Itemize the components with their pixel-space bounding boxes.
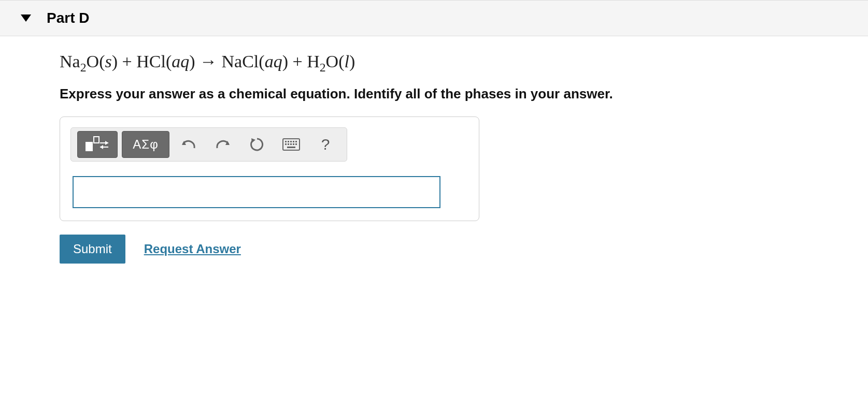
product1-state: aq xyxy=(265,52,282,71)
answer-input[interactable] xyxy=(73,176,440,208)
answer-box: ΑΣφ xyxy=(60,117,479,221)
keyboard-button[interactable] xyxy=(276,131,306,158)
svg-rect-13 xyxy=(293,141,294,142)
help-button[interactable]: ? xyxy=(310,131,340,158)
svg-marker-5 xyxy=(100,145,103,149)
svg-rect-15 xyxy=(285,143,287,145)
product1: NaCl xyxy=(222,52,259,71)
product2-state: l xyxy=(345,52,349,71)
reactant2: HCl xyxy=(136,52,166,71)
reactant2-state: aq xyxy=(172,52,189,71)
reaction-arrow: → xyxy=(200,52,217,71)
greek-symbols-button[interactable]: ΑΣφ xyxy=(122,131,169,158)
svg-rect-19 xyxy=(295,143,297,145)
svg-rect-11 xyxy=(288,141,289,142)
reactant1-state: s xyxy=(105,52,111,71)
caret-down-icon xyxy=(21,14,31,22)
chem-template-button[interactable] xyxy=(77,131,118,158)
svg-rect-10 xyxy=(285,141,287,142)
svg-rect-12 xyxy=(290,141,292,142)
reactant1-head: Na xyxy=(60,52,80,71)
redo-button[interactable] xyxy=(208,131,238,158)
actions-row: Submit Request Answer xyxy=(60,235,852,264)
svg-marker-3 xyxy=(105,141,108,145)
request-answer-link[interactable]: Request Answer xyxy=(144,242,241,256)
part-title: Part D xyxy=(47,10,89,26)
svg-rect-17 xyxy=(290,143,292,145)
reset-button[interactable] xyxy=(242,131,272,158)
reactant1-tail: O xyxy=(87,52,99,71)
equation-toolbar: ΑΣφ xyxy=(70,127,347,162)
product2-head: H xyxy=(307,52,320,71)
svg-rect-16 xyxy=(288,143,289,145)
svg-rect-1 xyxy=(94,137,99,143)
svg-rect-0 xyxy=(86,142,93,151)
content-area: Na2O(s) + HCl(aq) → NaCl(aq) + H2O(l) Ex… xyxy=(0,36,868,279)
part-header[interactable]: Part D xyxy=(0,0,868,36)
undo-button[interactable] xyxy=(174,131,204,158)
svg-rect-14 xyxy=(295,141,297,142)
reactant1-sub: 2 xyxy=(80,61,87,74)
svg-marker-8 xyxy=(251,138,255,143)
instruction-text: Express your answer as a chemical equati… xyxy=(60,86,852,102)
product2-sub: 2 xyxy=(320,61,326,74)
submit-button[interactable]: Submit xyxy=(60,235,125,264)
svg-rect-18 xyxy=(293,143,294,145)
product2-tail: O xyxy=(326,52,339,71)
svg-rect-20 xyxy=(287,147,295,148)
chemical-equation: Na2O(s) + HCl(aq) → NaCl(aq) + H2O(l) xyxy=(60,52,852,75)
